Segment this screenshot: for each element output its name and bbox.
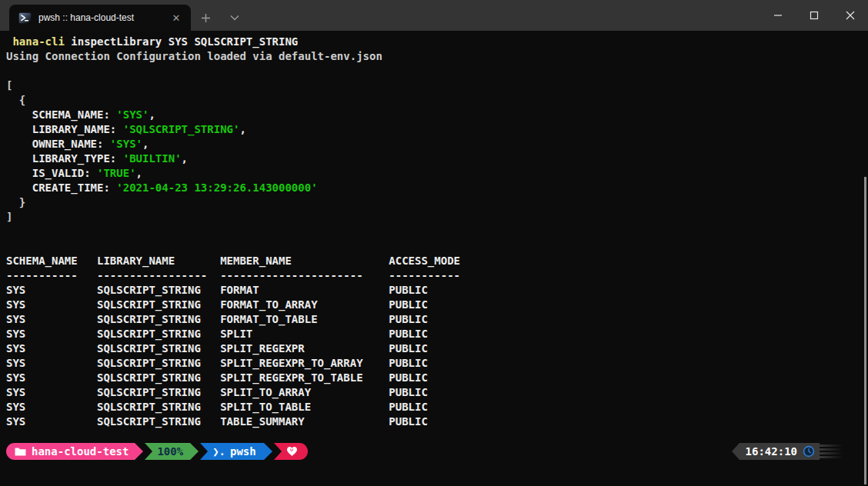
cell-access: PUBLIC	[389, 414, 868, 429]
table-row: SYS SQLSCRIPT_STRING FORMAT_TO_ARRAY PUB…	[6, 298, 868, 312]
table-row: SYS SQLSCRIPT_STRING FORMAT PUBLIC	[6, 283, 868, 298]
folder-icon	[15, 447, 26, 457]
clock-fade-dither	[820, 443, 843, 460]
minimize-icon	[773, 11, 783, 20]
powerline-arrow	[264, 443, 272, 460]
json-key: SCHEMA_NAME:	[32, 108, 110, 121]
json-fields: SCHEMA_NAME:'SYS',LIBRARY_NAME:'SQLSCRIP…	[6, 108, 868, 195]
json-field-line: IS_VALID:'TRUE',	[6, 166, 868, 181]
cell-access: PUBLIC	[389, 327, 868, 341]
prompt-battery-segment: 100%	[145, 443, 190, 460]
cell-member: SPLIT_TO_ARRAY	[220, 385, 389, 400]
cell-schema: SYS	[6, 283, 97, 298]
prompt-folder-label: hana-cloud-test	[32, 445, 129, 458]
cell-library: SQLSCRIPT_STRING	[97, 341, 220, 356]
json-key: LIBRARY_NAME:	[32, 123, 117, 135]
cell-member: SPLIT	[220, 327, 389, 341]
prompt-bar: hana-cloud-test 100% ❯. pwsh	[6, 443, 308, 460]
window-controls	[760, 0, 868, 31]
json-key: IS_VALID:	[32, 167, 91, 179]
json-comma: ,	[182, 152, 188, 165]
terminal-screen[interactable]: hana-cliinspectLibrary SYS SQLSCRIPT_STR…	[0, 31, 868, 486]
table-underline-row: ----------- ----------------- ----------…	[6, 268, 868, 283]
json-bracket-open: [	[6, 78, 868, 93]
powerline-arrow-left	[732, 443, 739, 460]
cell-access: PUBLIC	[389, 298, 868, 312]
clock-segment: 16:42:10	[732, 443, 843, 460]
minimize-button[interactable]	[760, 0, 796, 31]
cell-schema: SYS	[6, 414, 97, 429]
cell-access: PUBLIC	[389, 385, 868, 400]
cell-member: SPLIT_REGEXPR_TO_TABLE	[220, 371, 389, 385]
cell-schema: SYS	[6, 298, 97, 312]
cell-library: SQLSCRIPT_STRING	[97, 283, 220, 298]
cell-schema: SYS	[6, 327, 97, 341]
shell-prompt-icon: ❯.	[212, 445, 225, 458]
json-field-line: SCHEMA_NAME:'SYS',	[6, 108, 868, 122]
cell-schema: SYS	[6, 400, 97, 414]
json-field-line: LIBRARY_TYPE:'BUILTIN',	[6, 151, 868, 166]
table-row: SYS SQLSCRIPT_STRING SPLIT_TO_TABLE PUBL…	[6, 400, 868, 414]
new-tab-button[interactable]	[191, 7, 220, 28]
json-key: LIBRARY_TYPE:	[32, 152, 117, 165]
json-key: CREATE_TIME:	[32, 181, 110, 194]
json-bracket-close: ]	[6, 210, 868, 225]
plus-icon	[201, 13, 211, 23]
cell-member: SPLIT_TO_TABLE	[220, 400, 389, 414]
tab-close-icon[interactable]: ✕	[168, 9, 185, 26]
json-value: 'BUILTIN'	[123, 152, 182, 165]
table-row: SYS SQLSCRIPT_STRING SPLIT PUBLIC	[6, 327, 868, 341]
json-key: OWNER_NAME:	[32, 138, 104, 150]
cell-access: PUBLIC	[389, 283, 868, 298]
heart-icon	[286, 446, 298, 457]
info-line: Using Connection Configuration loaded vi…	[6, 49, 868, 64]
json-value: 'SQLSCRIPT_STRING'	[123, 123, 240, 135]
json-field-line: OWNER_NAME:'SYS',	[6, 137, 868, 151]
prompt-shell-segment: ❯. pwsh	[200, 443, 264, 460]
table-row: SYS SQLSCRIPT_STRING SPLIT_TO_ARRAY PUBL…	[6, 385, 868, 400]
chevron-down-icon	[230, 15, 239, 21]
cell-schema: SYS	[6, 356, 97, 371]
powerline-arrow	[135, 443, 143, 460]
close-button[interactable]	[832, 0, 868, 31]
table-row: SYS SQLSCRIPT_STRING SPLIT_REGEXPR_TO_AR…	[6, 356, 868, 371]
json-comma: ,	[149, 108, 155, 121]
cell-member: FORMAT_TO_TABLE	[220, 312, 389, 327]
prompt-percent-label: 100%	[157, 445, 183, 458]
json-brace-open: {	[6, 93, 868, 108]
table-row: SYS SQLSCRIPT_STRING SPLIT_REGEXPR PUBLI…	[6, 341, 868, 356]
scrollbar-thumb[interactable]	[864, 177, 866, 484]
cell-library: SQLSCRIPT_STRING	[97, 327, 220, 341]
cell-library: SQLSCRIPT_STRING	[97, 371, 220, 385]
close-icon	[846, 11, 855, 20]
terminal-window: pwsh :: hana-cloud-test ✕	[0, 0, 868, 486]
cell-member: TABLE_SUMMARY	[220, 414, 389, 429]
table-header-row: SCHEMA_NAME LIBRARY_NAME MEMBER_NAME ACC…	[6, 254, 868, 268]
cell-access: PUBLIC	[389, 356, 868, 371]
cell-schema: SYS	[6, 341, 97, 356]
prompt-path-segment: hana-cloud-test	[6, 443, 135, 460]
maximize-button[interactable]	[796, 0, 832, 31]
col-header-member-name: MEMBER_NAME	[220, 254, 389, 268]
cell-access: PUBLIC	[389, 371, 868, 385]
json-comma: ,	[136, 167, 142, 179]
json-value: '2021-04-23 13:29:26.143000000'	[116, 181, 317, 194]
prompt-shell-label: pwsh	[230, 445, 256, 458]
json-comma: ,	[239, 123, 245, 135]
json-field-line: LIBRARY_NAME:'SQLSCRIPT_STRING',	[6, 122, 868, 137]
command-program: hana-cli	[12, 35, 64, 48]
table-row: SYS SQLSCRIPT_STRING TABLE_SUMMARY PUBLI…	[6, 414, 868, 429]
tab-pwsh-hana-cloud-test[interactable]: pwsh :: hana-cloud-test ✕	[9, 5, 191, 31]
powerline-arrow	[190, 443, 199, 460]
titlebar: pwsh :: hana-cloud-test ✕	[0, 0, 868, 31]
cell-member: SPLIT_REGEXPR_TO_ARRAY	[220, 356, 389, 371]
col-header-access-mode: ACCESS_MODE	[389, 254, 868, 268]
table-row: SYS SQLSCRIPT_STRING FORMAT_TO_TABLE PUB…	[6, 312, 868, 327]
cell-access: PUBLIC	[389, 400, 868, 414]
cell-schema: SYS	[6, 385, 97, 400]
cell-library: SQLSCRIPT_STRING	[97, 385, 220, 400]
tab-dropdown-button[interactable]	[220, 7, 249, 28]
powershell-icon	[18, 12, 32, 25]
json-value: 'TRUE'	[97, 167, 136, 179]
json-comma: ,	[142, 138, 149, 150]
